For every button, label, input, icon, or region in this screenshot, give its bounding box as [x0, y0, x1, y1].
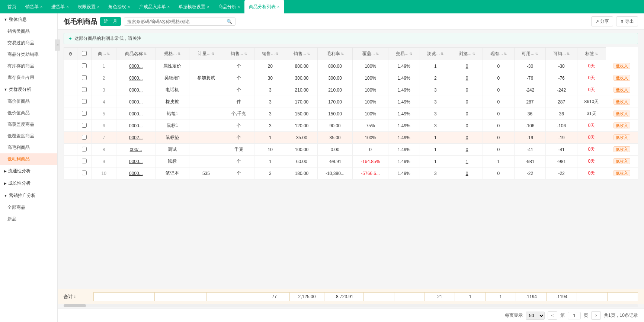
row-actions[interactable]: [64, 132, 77, 144]
row-select-checkbox[interactable]: [82, 170, 87, 175]
row-select-checkbox[interactable]: [82, 99, 87, 104]
row-actions[interactable]: [64, 96, 77, 108]
row-checkbox[interactable]: [77, 156, 92, 168]
nav-product-stock[interactable]: 产成品入库单 ×: [135, 0, 174, 13]
product-code-link[interactable]: 0000...: [129, 99, 143, 105]
th-tag[interactable]: 标签⇅: [577, 48, 606, 60]
nav-role-auth-close[interactable]: ×: [128, 4, 130, 9]
sidebar-item-stock-capital[interactable]: 库存资金占用: [0, 72, 57, 83]
sidebar-group-marketing[interactable]: ▼ 营销推广分析: [0, 189, 57, 202]
browse1-link[interactable]: 0: [466, 111, 468, 117]
browse1-link[interactable]: 0: [466, 87, 468, 93]
sidebar-item-high-coverage[interactable]: 高覆盖度商品: [0, 119, 57, 130]
product-code-link[interactable]: 0000...: [129, 87, 143, 93]
nav-product-stock-close[interactable]: ×: [167, 4, 170, 9]
browse1-link[interactable]: 0: [466, 147, 468, 152]
sidebar-item-sales-products[interactable]: 销售类商品: [0, 26, 57, 37]
th-trade[interactable]: 交易...⇅: [388, 48, 420, 60]
th-sale-amount[interactable]: 销售...⇅: [286, 48, 318, 60]
row-checkbox[interactable]: [77, 60, 92, 72]
nav-product-analysis-list-close[interactable]: ×: [277, 4, 279, 9]
sidebar-item-low-value[interactable]: 低价值商品: [0, 107, 57, 119]
scrollbar-thumb[interactable]: [64, 304, 86, 307]
th-gross-rate[interactable]: 毛利率⇅: [317, 48, 353, 60]
sidebar-group-circulation[interactable]: ▶ 流通性分析: [0, 165, 57, 177]
product-code-link[interactable]: 0002...: [129, 135, 143, 140]
browse1-link[interactable]: 1: [466, 159, 468, 164]
row-checkbox[interactable]: [77, 96, 92, 108]
row-actions[interactable]: [64, 84, 77, 96]
nav-product-analysis-close[interactable]: ×: [238, 4, 240, 9]
row-actions[interactable]: [64, 168, 77, 179]
nav-purchase-order-close[interactable]: ×: [66, 4, 68, 9]
row-checkbox[interactable]: [77, 168, 92, 179]
period-button[interactable]: 近一月: [100, 17, 121, 26]
product-code-link[interactable]: 0000...: [129, 159, 143, 164]
sidebar-collapse-button[interactable]: «: [55, 39, 60, 51]
row-actions[interactable]: [64, 144, 77, 156]
product-code-link[interactable]: 0000...: [129, 111, 143, 117]
row-checkbox[interactable]: [77, 84, 92, 96]
sidebar-item-traded-products[interactable]: 交易过的商品: [0, 37, 57, 49]
row-select-checkbox[interactable]: [82, 159, 87, 163]
row-checkbox[interactable]: [77, 120, 92, 132]
th-coverage[interactable]: 覆盖...⇅: [353, 48, 388, 60]
select-all-checkbox[interactable]: [82, 51, 87, 56]
nav-permissions-close[interactable]: ×: [97, 4, 99, 9]
row-checkbox[interactable]: [77, 144, 92, 156]
row-checkbox[interactable]: [77, 132, 92, 144]
th-spec[interactable]: 规格...⇅: [156, 48, 189, 60]
nav-product-analysis-list[interactable]: 商品分析列表 ×: [244, 0, 284, 13]
share-button[interactable]: ↗ 分享: [591, 16, 613, 26]
nav-sales-order-close[interactable]: ×: [40, 4, 42, 9]
search-input[interactable]: [127, 19, 227, 24]
product-code-link[interactable]: 0000...: [129, 171, 143, 176]
nav-permissions[interactable]: 权限设置 ×: [73, 0, 104, 13]
sidebar-item-low-coverage[interactable]: 低覆盖度商品: [0, 130, 57, 142]
prev-page-button[interactable]: ＜: [548, 311, 557, 320]
row-checkbox[interactable]: [77, 72, 92, 84]
th-saleable[interactable]: 可销...⇅: [546, 48, 577, 60]
th-checkbox[interactable]: [77, 48, 92, 60]
th-unit[interactable]: 计量...⇅: [189, 48, 223, 60]
th-browse2[interactable]: 浏览...⇅: [451, 48, 483, 60]
row-select-checkbox[interactable]: [82, 135, 87, 140]
scrollbar-track[interactable]: [64, 304, 638, 307]
browse1-link[interactable]: 0: [466, 99, 468, 105]
table-container[interactable]: ⚙ 商...⇅ 商品名称⇅ 规格...⇅ 计量...⇅ 销售...⇅ 销售...…: [58, 47, 644, 289]
browse1-link[interactable]: 0: [466, 123, 468, 128]
product-code-link[interactable]: 0000...: [129, 123, 143, 128]
th-name[interactable]: 商品名称⇅: [116, 48, 156, 60]
sidebar-group-growth[interactable]: ▶ 成长性分析: [0, 177, 57, 189]
next-page-button[interactable]: ＞: [591, 311, 601, 320]
sidebar-item-category-rate[interactable]: 商品分类助销率: [0, 49, 57, 60]
sidebar-item-all-products[interactable]: 全部商品: [0, 202, 57, 213]
sidebar-item-high-value[interactable]: 高价值商品: [0, 96, 57, 107]
sidebar-item-stocked-products[interactable]: 有库存的商品: [0, 60, 57, 72]
product-code-link[interactable]: 000/...: [130, 147, 142, 152]
th-sale-qty[interactable]: 销售...⇅: [223, 48, 254, 60]
search-icon[interactable]: 🔍: [227, 19, 232, 24]
sidebar-group-cluster[interactable]: ▼ 类群度分析: [0, 83, 57, 96]
row-actions[interactable]: [64, 108, 77, 120]
row-select-checkbox[interactable]: [82, 147, 87, 152]
nav-product-analysis[interactable]: 商品分析 ×: [214, 0, 244, 13]
row-actions[interactable]: [64, 120, 77, 132]
row-checkbox[interactable]: [77, 108, 92, 120]
nav-role-auth[interactable]: 角色授权 ×: [104, 0, 134, 13]
browse1-link[interactable]: 0: [466, 76, 468, 81]
row-select-checkbox[interactable]: [82, 87, 87, 92]
row-actions[interactable]: [64, 156, 77, 168]
row-select-checkbox[interactable]: [82, 123, 87, 128]
sidebar-item-new-products[interactable]: 新品: [0, 213, 57, 225]
nav-home[interactable]: 首页: [3, 0, 21, 13]
nav-template-settings[interactable]: 单据模板设置 ×: [174, 0, 214, 13]
row-actions[interactable]: [64, 60, 77, 72]
export-button[interactable]: ⬆ 导出: [616, 16, 638, 26]
th-code[interactable]: 商...⇅: [92, 48, 116, 60]
nav-sales-order[interactable]: 销货单 ×: [21, 0, 47, 13]
sidebar-item-low-margin[interactable]: 低毛利商品: [0, 153, 57, 165]
sidebar-item-high-margin[interactable]: 高毛利商品: [0, 142, 57, 153]
browse1-link[interactable]: 0: [466, 171, 468, 176]
product-code-link[interactable]: 0000...: [129, 64, 143, 69]
